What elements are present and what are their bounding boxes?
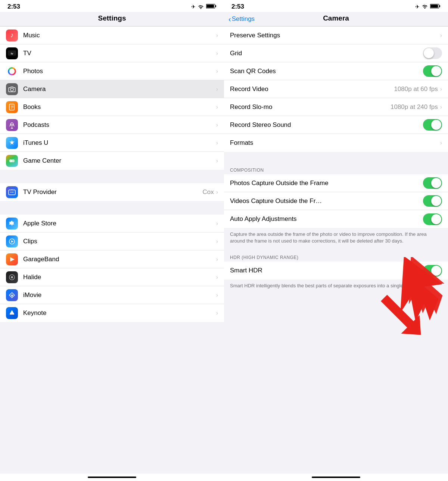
camera-item-videos-frame[interactable]: Videos Capture Outside the Fr… (224, 192, 448, 210)
camera-item-auto-adjust[interactable]: Auto Apply Adjustments (224, 210, 448, 228)
sidebar-item-tvprovider[interactable]: TV Provider Cox › (0, 183, 224, 201)
smart-hdr-toggle[interactable] (423, 265, 442, 277)
left-time: 2:53 (7, 3, 20, 10)
camera-item-formats[interactable]: Formats › (224, 134, 448, 152)
left-list[interactable]: ♪ Music › tv TV › (0, 26, 224, 474)
svg-rect-24 (10, 314, 14, 315)
right-status-icons: ✈ (415, 4, 441, 10)
music-icon: ♪ (6, 29, 18, 41)
recordslomo-value: 1080p at 240 fps (391, 103, 438, 111)
garageband-label: GarageBand (23, 256, 216, 263)
tv-chevron: › (216, 50, 218, 57)
left-gap-3 (0, 322, 224, 329)
camera-item-photos-frame[interactable]: Photos Capture Outside the Frame (224, 174, 448, 192)
left-gap-1 (0, 170, 224, 183)
camera-item-stereo[interactable]: Record Stereo Sound (224, 116, 448, 134)
preserve-label: Preserve Settings (230, 32, 440, 39)
sidebar-item-camera[interactable]: Camera › (0, 80, 224, 98)
camera-item-recordslomo[interactable]: Record Slo-mo 1080p at 240 fps › (224, 98, 448, 116)
sidebar-item-podcasts[interactable]: Podcasts › (0, 116, 224, 134)
appstore-chevron: › (216, 220, 218, 227)
podcasts-chevron: › (216, 122, 218, 128)
battery-icon (206, 4, 217, 10)
itunesu-label: iTunes U (23, 139, 216, 147)
garageband-chevron: › (216, 256, 218, 263)
left-panel: 2:53 ✈ Settings ♪ Music › tv (0, 0, 224, 481)
sidebar-item-photos[interactable]: Photos › (0, 62, 224, 80)
stereo-toggle[interactable] (423, 119, 442, 131)
right-wifi-icon (422, 4, 428, 10)
photos-frame-toggle-knob (431, 178, 441, 188)
svg-marker-25 (10, 310, 14, 314)
stereo-label: Record Stereo Sound (230, 121, 423, 129)
left-gap-2 (0, 201, 224, 215)
sidebar-item-music[interactable]: ♪ Music › (0, 26, 224, 44)
formats-label: Formats (230, 139, 440, 147)
gamecenter-chevron: › (216, 157, 218, 164)
left-bottom-bar (0, 474, 224, 481)
sidebar-item-keynote[interactable]: Keynote › (0, 304, 224, 322)
photos-frame-label: Photos Capture Outside the Frame (230, 179, 423, 187)
left-scroll-indicator (88, 477, 136, 478)
hdr-desc: Smart HDR intelligently blends the best … (224, 279, 448, 294)
camera-item-smart-hdr[interactable]: Smart HDR (224, 262, 448, 279)
podcasts-label: Podcasts (23, 121, 216, 129)
grid-label: Grid (230, 50, 423, 57)
recordvideo-chevron: › (440, 86, 442, 93)
imovie-label: iMovie (23, 291, 216, 299)
right-bottom-bar (224, 474, 448, 481)
imovie-icon: ★ (6, 289, 18, 301)
camera-item-recordvideo[interactable]: Record Video 1080p at 60 fps › (224, 80, 448, 98)
qr-label: Scan QR Codes (230, 68, 423, 75)
clips-chevron: › (216, 238, 218, 245)
books-chevron: › (216, 104, 218, 110)
left-status-icons: ✈ (191, 4, 217, 10)
sidebar-item-gamecenter[interactable]: Game Center › (0, 152, 224, 170)
sidebar-item-itunesu[interactable]: iTunes U › (0, 134, 224, 152)
svg-rect-27 (430, 4, 438, 8)
sidebar-item-appstore[interactable]: Apple Store › (0, 215, 224, 232)
podcasts-icon (6, 119, 18, 131)
sidebar-item-garageband[interactable]: GarageBand › (0, 250, 224, 268)
back-button[interactable]: ‹ Settings (228, 15, 255, 23)
books-icon (6, 101, 18, 113)
tvprovider-label: TV Provider (23, 188, 202, 196)
sidebar-item-imovie[interactable]: ★ iMovie › (0, 286, 224, 304)
tvprovider-value: Cox (202, 188, 214, 196)
right-status-bar: 2:53 ✈ (224, 0, 448, 12)
right-panel: 2:53 ✈ ‹ Settings Camera (224, 0, 448, 481)
sidebar-item-books[interactable]: Books › (0, 98, 224, 116)
svg-rect-28 (439, 5, 441, 7)
composition-section-label: COMPOSITION (224, 165, 448, 174)
sidebar-item-halide[interactable]: Halide › (0, 268, 224, 286)
camera-item-qr[interactable]: Scan QR Codes (224, 62, 448, 80)
svg-rect-5 (6, 65, 18, 77)
composition-desc: Capture the area outside the frame of th… (224, 228, 448, 249)
music-chevron: › (216, 32, 218, 39)
sidebar-item-tv[interactable]: tv TV › (0, 44, 224, 62)
books-label: Books (23, 103, 216, 111)
stereo-toggle-knob (431, 120, 441, 130)
halide-label: Halide (23, 274, 216, 281)
svg-point-21 (11, 276, 13, 278)
svg-rect-1 (206, 4, 214, 8)
hdr-section: Smart HDR (224, 262, 448, 279)
sidebar-item-clips[interactable]: Clips › (0, 232, 224, 250)
keynote-chevron: › (216, 310, 218, 316)
halide-icon (6, 271, 18, 283)
qr-toggle[interactable] (423, 65, 442, 77)
right-list[interactable]: Preserve Settings › Grid Scan QR Codes (224, 26, 448, 474)
camera-item-preserve[interactable]: Preserve Settings › (224, 26, 448, 44)
camera-item-grid[interactable]: Grid (224, 44, 448, 62)
right-panel-wrapper: 2:53 ✈ ‹ Settings Camera (224, 0, 448, 481)
music-label: Music (23, 32, 216, 39)
videos-frame-toggle[interactable] (423, 195, 442, 207)
auto-adjust-toggle[interactable] (423, 213, 442, 225)
photos-frame-toggle[interactable] (423, 177, 442, 189)
smart-hdr-label: Smart HDR (230, 267, 423, 274)
right-airplane-icon: ✈ (415, 4, 420, 10)
garageband-icon (6, 253, 18, 265)
clips-label: Clips (23, 238, 216, 245)
grid-toggle[interactable] (423, 47, 442, 59)
photos-chevron: › (216, 68, 218, 75)
